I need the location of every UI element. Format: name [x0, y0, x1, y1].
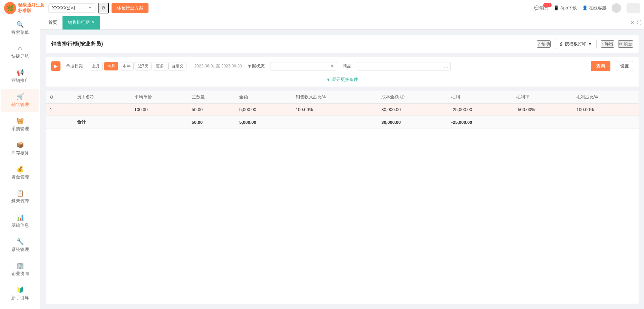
date-filter-group: 上月 本月 本年 近7天 更多 自定义	[89, 62, 186, 70]
help-btn[interactable]: ? 帮助	[537, 40, 551, 48]
notification-badge: 99+	[543, 3, 552, 7]
expand-conditions-btn[interactable]: ▼ 展开更多条件	[326, 76, 358, 83]
marketing-icon: 📢	[16, 69, 24, 76]
goods-input[interactable]: ...	[357, 62, 451, 70]
tab-home[interactable]: 首页	[43, 16, 62, 30]
sidebar-item-marketing[interactable]: 📢 营销推广	[1, 65, 39, 88]
sidebar-item-label-search: 搜索菜单	[11, 30, 29, 36]
sidebar-item-finance[interactable]: 💰 资金管理	[1, 161, 39, 184]
footer-quantity: 50.00	[188, 116, 235, 129]
goods-more-icon: ...	[444, 64, 448, 69]
sidebar-item-guide[interactable]: 🔰 新手引导	[1, 282, 39, 305]
user-name-placeholder	[627, 3, 640, 13]
table-footer-row: 合计 50.00 5,000.00 30,000.00 -25,000.00	[46, 116, 639, 129]
sidebar-item-label-system: 系统管理	[11, 247, 29, 253]
help-icon: ?	[538, 42, 540, 47]
query-btn[interactable]: 查询	[591, 61, 610, 71]
col-gross-pct: 毛利占比%	[572, 91, 639, 104]
sidebar-item-label-basic: 基础信息	[11, 222, 29, 228]
trial-button[interactable]: 体验行业方案	[112, 3, 148, 13]
sidebar-item-quicknav[interactable]: ⌂ 快捷导航	[1, 41, 39, 63]
sidebar-item-label-sales: 销售管理	[11, 102, 29, 108]
sidebar-item-search[interactable]: 🔍 搜索菜单	[1, 17, 39, 40]
footer-gross: -25,000.00	[447, 116, 512, 129]
tab-close-icon[interactable]: ✕	[92, 20, 95, 24]
settings-icon-btn[interactable]: ⚙	[98, 3, 109, 13]
online-service-btn[interactable]: 👤 在线客服	[582, 5, 606, 11]
arrow-right-icon: ▶	[54, 63, 58, 69]
logo-text: 畅康通好生意 标准版	[18, 2, 44, 14]
sidebar-item-label-company: 企业协同	[11, 271, 29, 277]
filter-expand-icon[interactable]: ▶	[51, 61, 60, 71]
sidebar-item-label-inventory: 库存核算	[11, 150, 29, 156]
page-actions: ? 帮助 🖨 按模板打印 ▼ ↑ 导出 ↻ 刷新	[537, 39, 633, 49]
sidebar-item-company[interactable]: 🏢 企业协同	[1, 258, 39, 281]
tab-sales-ranking[interactable]: 销售排行榜 ✕	[62, 16, 100, 30]
cell-rank: 1	[46, 104, 73, 116]
date-filter-label: 单据日期	[66, 63, 83, 69]
tab-window-controls: ✕ ⛶	[631, 20, 641, 25]
status-dropdown-icon: ▼	[330, 64, 334, 69]
cell-cost: 30,000.00	[377, 104, 447, 116]
sidebar-item-purchase[interactable]: 🧺 采购管理	[1, 113, 39, 136]
page-title: 销售排行榜(按业务员)	[51, 41, 103, 48]
sidebar-item-label-purchase: 采购管理	[11, 126, 29, 132]
template-print-btn[interactable]: 🖨 按模板打印 ▼	[555, 39, 596, 49]
col-employee: 员工名称	[73, 91, 130, 104]
settings-btn[interactable]: 设置	[616, 61, 633, 71]
page-header: 销售排行榜(按业务员) ? 帮助 🖨 按模板打印 ▼ ↑ 导出	[46, 35, 639, 53]
export-btn[interactable]: ↑ 导出	[601, 40, 614, 48]
footer-gross-pct	[572, 116, 639, 129]
maximize-icon[interactable]: ⛶	[637, 20, 641, 25]
date-btn-custom[interactable]: 自定义	[168, 62, 186, 70]
refresh-btn[interactable]: ↻ 刷新	[618, 40, 633, 48]
status-filter-label: 单据状态	[247, 63, 265, 69]
content-area: 首页 销售排行榜 ✕ ✕ ⛶ 销售排行榜(按业务员) ? 帮助	[40, 16, 644, 309]
refresh-icon: ↻	[619, 42, 622, 47]
online-service-label: 在线客服	[589, 5, 606, 11]
col-settings-icon: ⚙	[50, 95, 54, 100]
date-btn-this-year[interactable]: 本年	[120, 62, 134, 70]
operation-icon: 📋	[16, 190, 24, 197]
date-btn-last-month[interactable]: 上月	[89, 62, 103, 70]
app-download-label: App下载	[560, 5, 577, 11]
status-select[interactable]: ▼	[270, 62, 337, 70]
sidebar-item-inventory[interactable]: 📦 库存核算	[1, 137, 39, 160]
sidebar-item-system[interactable]: 🔧 系统管理	[1, 234, 39, 257]
date-btn-this-month[interactable]: 本月	[104, 62, 118, 70]
sidebar-item-operation[interactable]: 📋 经营管理	[1, 186, 39, 208]
purchase-icon: 🧺	[16, 117, 24, 124]
date-btn-more[interactable]: 更多	[153, 62, 167, 70]
sidebar-item-basic[interactable]: 📊 基础信息	[1, 210, 39, 233]
sidebar-item-app[interactable]: 📱 应用中心	[1, 306, 39, 309]
table-row: 1 100.00 50.00 5,000.00 100.00% 30,000.0…	[46, 104, 639, 116]
sidebar: 🔍 搜索菜单 ⌂ 快捷导航 📢 营销推广 🛒 销售管理 🧺 采购管理 📦 库存核…	[0, 16, 40, 309]
cell-gross-rate: -500.00%	[512, 104, 572, 116]
sidebar-item-label-operation: 经营管理	[11, 198, 29, 204]
company-selector[interactable]: XXXXX公司 ▼	[48, 3, 95, 13]
sidebar-item-sales[interactable]: 🛒 销售管理	[1, 89, 39, 112]
avatar[interactable]	[612, 3, 621, 13]
sidebar-item-label-marketing: 营销推广	[11, 78, 29, 84]
table-header-row: ⚙ 员工名称 平均单价 主数量 全额 销售收入占比% 成本全额 ⓘ 毛利 毛利率…	[46, 91, 639, 104]
filter-row-1: ▶ 单据日期 上月 本月 本年 近7天 更多 自定义 2023-06-01 至 …	[51, 61, 633, 71]
notification-btn[interactable]: 💬 消息 99+	[534, 5, 548, 11]
company-icon: 🏢	[16, 262, 24, 269]
cell-gross: -25,000.00	[447, 104, 512, 116]
logo-icon: 🌿	[4, 2, 16, 14]
search-icon: 🔍	[16, 21, 24, 28]
top-bar: 🌿 畅康通好生意 标准版 XXXXX公司 ▼ ⚙ 体验行业方案 💬 消息 99+…	[0, 0, 644, 16]
cell-quantity: 50.00	[188, 104, 235, 116]
top-bar-right: 💬 消息 99+ 📱 App下载 👤 在线客服	[534, 3, 640, 13]
expand-conditions-label: 展开更多条件	[332, 76, 358, 83]
footer-label	[46, 116, 73, 129]
table-area: ⚙ 员工名称 平均单价 主数量 全额 销售收入占比% 成本全额 ⓘ 毛利 毛利率…	[46, 91, 639, 304]
minimize-icon[interactable]: ✕	[631, 20, 634, 25]
date-btn-7days[interactable]: 近7天	[135, 62, 152, 70]
app-download-btn[interactable]: 📱 App下载	[554, 5, 577, 11]
col-gross-rate: 毛利率	[512, 91, 572, 104]
data-table: ⚙ 员工名称 平均单价 主数量 全额 销售收入占比% 成本全额 ⓘ 毛利 毛利率…	[46, 91, 639, 129]
company-name: XXXXX公司	[52, 5, 86, 11]
logo-area: 🌿 畅康通好生意 标准版	[4, 2, 44, 14]
export-icon: ↑	[601, 42, 604, 47]
